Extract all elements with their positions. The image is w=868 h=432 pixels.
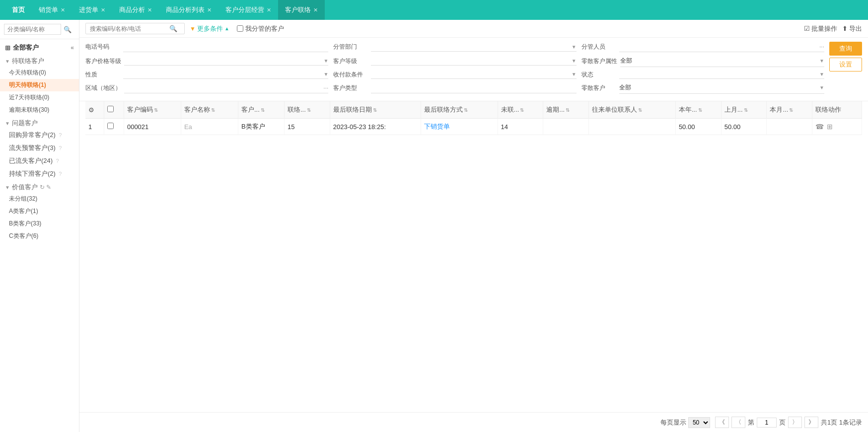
page-size-container: 每页显示 50 [660, 417, 710, 428]
th-this-month[interactable]: 本月...⇅ [767, 101, 812, 119]
sort-last-contact-date: ⇅ [373, 107, 377, 113]
query-button[interactable]: 查询 [829, 42, 862, 56]
sidebar-item-ungrouped[interactable]: 未分组(32) [0, 193, 79, 205]
sidebar-item-churn-warning[interactable]: 流失预警客户(3) ? [0, 142, 79, 154]
table-footer: 每页显示 50 《 〈 第 页 〉 》 共1页 1条记录 [79, 412, 868, 432]
th-customer-type[interactable]: 客户...⇅ [238, 101, 284, 119]
value-refresh-icon[interactable]: ↻ [40, 184, 45, 191]
nav-close-customer-contact[interactable]: ✕ [313, 7, 318, 13]
sidebar-item-tomorrow-contact[interactable]: 明天待联络(1) [0, 79, 79, 91]
th-contact-count[interactable]: 联络...⇅ [284, 101, 330, 119]
th-contact-person[interactable]: 往来单位联系人⇅ [589, 101, 676, 119]
more-conditions-btn[interactable]: ▼ 更多条件 ▲ [190, 24, 229, 33]
all-customers-header[interactable]: ⊞ 全部客户 « [0, 39, 79, 54]
sidebar-item-class-b[interactable]: B类客户(33) [0, 217, 79, 230]
next-page-btn[interactable]: 〉 [788, 417, 802, 428]
nav-customer-contact[interactable]: 客户联络 ✕ [278, 0, 325, 20]
filter-phone-label: 电话号码 [85, 43, 120, 51]
my-customers-checkbox-container: 我分管的客户 [237, 24, 284, 33]
top-nav: 首页 销货单 ✕ 进货单 ✕ 商品分析 ✕ 商品分析列表 ✕ 客户分层经营 ✕ … [0, 0, 868, 20]
filter-phone-input[interactable] [123, 42, 328, 52]
batch-operations-btn[interactable]: ☑ 批量操作 [804, 24, 837, 33]
sidebar-search-input[interactable] [4, 24, 61, 35]
region-dots[interactable]: ··· [323, 84, 328, 91]
nav-product-analysis-list[interactable]: 商品分析列表 ✕ [159, 0, 218, 20]
status-arrow: ▼ [819, 72, 824, 77]
page-size-select[interactable]: 50 [688, 417, 710, 428]
sidebar-collapse-btn[interactable]: « [71, 44, 74, 51]
filter-person-select[interactable]: ··· [619, 42, 824, 52]
group-arrow-problem: ▼ [5, 121, 10, 126]
export-btn[interactable]: ⬆ 导出 [842, 24, 862, 33]
filter-customer-type-input[interactable] [371, 83, 576, 93]
filter-region-select[interactable]: ··· [124, 83, 328, 93]
filter-retail-attr-label: 零散客户属性 [581, 57, 617, 66]
sidebar-item-overdue-contact[interactable]: 逾期未联络(30) [0, 104, 79, 116]
sidebar-item-repurchase-abnormal[interactable]: 回购异常客户(2) ? [0, 129, 79, 142]
action-phone-icon[interactable]: ☎ [815, 123, 824, 131]
last-contact-method-link[interactable]: 下销货单 [424, 123, 450, 130]
cell-last-month: 50.00 [721, 119, 767, 135]
filter-dept-select[interactable]: ▼ [371, 43, 576, 52]
sidebar-item-churned[interactable]: 已流失客户(24) ? [0, 154, 79, 167]
nav-close-customer-tier[interactable]: ✕ [267, 7, 271, 13]
group-value-customers[interactable]: ▼ 价值客户 ↻ ✎ [0, 180, 79, 193]
sidebar-item-class-c[interactable]: C类客户(6) [0, 230, 79, 242]
nav-close-product-analysis[interactable]: ✕ [147, 7, 152, 13]
person-dots[interactable]: ··· [819, 43, 824, 50]
search-submit-icon[interactable]: 🔍 [169, 25, 177, 32]
nav-close-product-analysis-list[interactable]: ✕ [207, 7, 212, 13]
filter-nature-select[interactable]: ▼ [123, 70, 328, 79]
th-last-contact-method[interactable]: 最后联络方式⇅ [421, 101, 498, 119]
search-input[interactable] [90, 25, 169, 32]
nav-customer-tier[interactable]: 客户分层经营 ✕ [218, 0, 278, 20]
filter-retail-attr: 零散客户属性 全部 ▼ [581, 55, 824, 67]
th-code[interactable]: 客户编码⇅ [124, 101, 181, 119]
filter-payment-select[interactable]: ▼ [371, 70, 576, 79]
filter-retail-customer-select[interactable]: 全部 ▼ [619, 82, 824, 94]
help-icon-declining: ? [59, 171, 62, 177]
row-checkbox[interactable] [107, 123, 114, 129]
value-edit-icon[interactable]: ✎ [46, 184, 51, 191]
prev-page-btn[interactable]: 〈 [731, 417, 745, 428]
filter-nature: 性质 ▼ [85, 70, 328, 79]
page-summary: 共1页 1条记录 [821, 418, 862, 427]
pagination: 《 〈 第 页 〉 》 共1页 1条记录 [715, 417, 862, 428]
sidebar-item-week-contact[interactable]: 近7天待联络(0) [0, 91, 79, 104]
nav-home[interactable]: 首页 [5, 0, 32, 20]
th-name[interactable]: 客户名称⇅ [181, 101, 238, 119]
nav-close-sales[interactable]: ✕ [61, 7, 65, 13]
filter-status-select[interactable]: ▼ [619, 70, 824, 79]
sidebar-item-today-contact[interactable]: 今天待联络(0) [0, 67, 79, 79]
sidebar-search-icon[interactable]: 🔍 [64, 26, 72, 33]
action-grid-icon[interactable]: ⊞ [827, 123, 833, 131]
select-all-checkbox[interactable] [107, 106, 114, 112]
first-page-btn[interactable]: 《 [715, 417, 729, 428]
group-pending-contact[interactable]: ▼ 待联络客户 [0, 54, 79, 67]
last-page-btn[interactable]: 》 [804, 417, 818, 428]
th-this-year[interactable]: 本年...⇅ [675, 101, 721, 119]
nav-close-purchase[interactable]: ✕ [101, 7, 105, 13]
nav-purchase[interactable]: 进货单 ✕ [72, 0, 112, 20]
th-overdue[interactable]: 逾期...⇅ [543, 101, 589, 119]
my-customers-checkbox[interactable] [237, 25, 243, 32]
th-last-month[interactable]: 上月...⇅ [721, 101, 767, 119]
filter-customer-level-select[interactable]: ▼ [371, 57, 576, 66]
sidebar-item-class-a[interactable]: A类客户(1) [0, 205, 79, 217]
group-problem-customers[interactable]: ▼ 问题客户 [0, 116, 79, 129]
cell-checkbox[interactable] [104, 119, 124, 135]
filter-customer-type: 客户类型 [333, 83, 576, 93]
th-last-contact-date[interactable]: 最后联络日期⇅ [330, 101, 421, 119]
cell-last-contact-method[interactable]: 下销货单 [421, 119, 498, 135]
sort-this-month: ⇅ [789, 107, 793, 113]
th-checkbox[interactable] [104, 101, 124, 119]
filter-retail-attr-select[interactable]: 全部 ▼ [620, 55, 824, 67]
filter-price-tier-select[interactable]: ▼ [124, 57, 328, 66]
sidebar-item-declining[interactable]: 持续下滑客户(2) ? [0, 167, 79, 180]
setting-button[interactable]: 设置 [829, 58, 862, 72]
page-number-input[interactable] [757, 418, 777, 428]
th-settings[interactable]: ⚙ [85, 101, 104, 119]
nav-product-analysis[interactable]: 商品分析 ✕ [112, 0, 159, 20]
th-uncontacted[interactable]: 未联...⇅ [498, 101, 543, 119]
nav-sales[interactable]: 销货单 ✕ [32, 0, 72, 20]
